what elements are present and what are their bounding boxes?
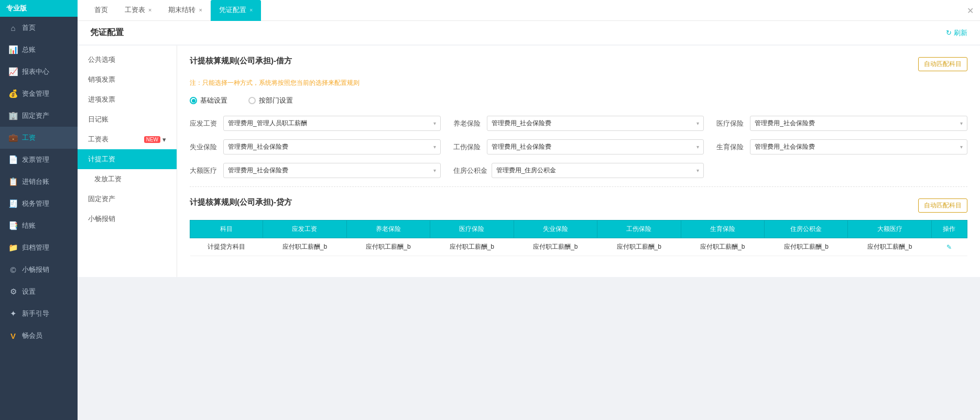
tab-label: 期末结转	[168, 5, 195, 15]
tab-home[interactable]: 首页	[86, 0, 116, 21]
form-select-value: 管理费用_管理人员职工薪酬	[228, 119, 307, 128]
nav-close-button[interactable]: ✕	[967, 5, 974, 15]
sidebar-item-reports[interactable]: 📈 报表中心	[0, 61, 78, 83]
table-cell-value: 应付职工薪酬_b	[848, 238, 931, 256]
chart-icon: 📊	[8, 45, 18, 54]
auto-match-debit-button[interactable]: 自动匹配科目	[918, 57, 967, 71]
form-item: 应发工资 管理费用_管理人员职工薪酬 ▾	[190, 116, 441, 131]
table-cell-action[interactable]: ✎	[931, 238, 967, 256]
sidebar-item-xiao-chang[interactable]: © 小畅报销	[0, 259, 78, 281]
close-icon[interactable]: ×	[199, 7, 202, 13]
credit-section: 计提核算规则(公司承担)-贷方 自动匹配科目 科目应发工资养老保险医疗保险失业保…	[190, 197, 967, 256]
form-select[interactable]: 管理费用_社会保险费 ▾	[223, 163, 441, 178]
table-header-cell: 工伤保险	[597, 220, 681, 238]
form-select[interactable]: 管理费用_社会保险费 ▾	[223, 139, 441, 154]
table-cell-subject: 计提贷方科目	[190, 238, 263, 256]
tab-voucher-config[interactable]: 凭证配置 ×	[211, 0, 261, 21]
close-icon[interactable]: ×	[249, 7, 253, 13]
form-select[interactable]: 管理费用_社会保险费 ▾	[750, 116, 967, 131]
sidebar-item-label: 工资	[22, 133, 36, 142]
sidebar-item-label: 新手引导	[22, 309, 49, 318]
page-content: 凭证配置 ↻ 刷新 公共选项 销项发票 进项发票 日记账 工资表	[78, 21, 980, 420]
radio-dept[interactable]: 按部门设置	[248, 96, 293, 105]
table-cell-value: 应付职工薪酬_b	[681, 238, 764, 256]
credit-section-header: 计提核算规则(公司承担)-贷方 自动匹配科目	[190, 197, 967, 214]
form-select[interactable]: 管理费用_住房公积金 ▾	[492, 163, 704, 178]
table-header-cell: 操作	[931, 220, 967, 238]
sidebar-item-funds[interactable]: 💰 资金管理	[0, 83, 78, 105]
app-logo: 专业版	[0, 0, 78, 17]
salary-icon: 💼	[8, 133, 18, 142]
reports-icon: 📈	[8, 67, 18, 76]
form-label: 应发工资	[190, 119, 219, 128]
form-select[interactable]: 管理费用_管理人员职工薪酬 ▾	[223, 116, 441, 131]
debit-section-header: 计提核算规则(公司承担)-借方 自动匹配科目	[190, 56, 967, 72]
menu-item-cancel-invoice[interactable]: 销项发票	[78, 70, 177, 90]
new-badge: NEW	[144, 136, 160, 143]
sidebar: 专业版 ⌂ 首页 📊 总账 📈 报表中心 💰 资金管理 🏢 固定资产 💼 工资 …	[0, 0, 78, 420]
copyright-icon: ©	[8, 266, 18, 274]
sidebar-item-sales-ledger[interactable]: 📋 进销台账	[0, 171, 78, 193]
form-label: 工伤保险	[453, 142, 483, 152]
sidebar-item-label: 设置	[22, 287, 36, 296]
radio-circle-dept	[248, 97, 256, 104]
funds-icon: 💰	[8, 89, 18, 98]
sidebar-item-label: 报表中心	[22, 67, 49, 76]
tax-icon: 🧾	[8, 199, 18, 208]
sidebar-item-salary[interactable]: 💼 工资	[0, 127, 78, 149]
form-select[interactable]: 管理费用_社会保险费 ▾	[487, 116, 704, 131]
menu-item-fixed-assets-menu[interactable]: 固定资产	[78, 189, 177, 209]
table-header-cell: 失业保险	[514, 220, 597, 238]
form-select[interactable]: 管理费用_社会保险费 ▾	[750, 139, 967, 154]
tab-label: 工资表	[125, 5, 145, 15]
menu-item-public-options[interactable]: 公共选项	[78, 50, 177, 70]
tab-label: 首页	[94, 5, 108, 15]
table-cell-value: 应付职工薪酬_b	[597, 238, 681, 256]
form-select-value: 管理费用_社会保险费	[228, 142, 288, 151]
menu-item-input-invoice[interactable]: 进项发票	[78, 90, 177, 109]
sidebar-item-archive[interactable]: 📁 归档管理	[0, 237, 78, 259]
page-title: 凭证配置	[90, 27, 124, 38]
table-header-cell: 养老保险	[346, 220, 430, 238]
sidebar-item-tax-mgmt[interactable]: 🧾 税务管理	[0, 193, 78, 215]
table-cell-value: 应付职工薪酬_b	[764, 238, 847, 256]
refresh-button[interactable]: ↻ 刷新	[946, 28, 967, 38]
sidebar-item-invoice-mgmt[interactable]: 📄 发票管理	[0, 149, 78, 171]
table-row: 计提贷方科目应付职工薪酬_b应付职工薪酬_b应付职工薪酬_b应付职工薪酬_b应付…	[190, 238, 967, 256]
chevron-down-icon: ▾	[696, 168, 699, 173]
form-label: 养老保险	[453, 119, 483, 128]
sidebar-item-guide[interactable]: ✦ 新手引导	[0, 303, 78, 325]
archive-icon: 📁	[8, 243, 18, 252]
sidebar-item-settlement[interactable]: 📑 结账	[0, 215, 78, 237]
credit-table-body: 计提贷方科目应付职工薪酬_b应付职工薪酬_b应付职工薪酬_b应付职工薪酬_b应付…	[190, 238, 967, 256]
table-cell-value: 应付职工薪酬_b	[263, 238, 346, 256]
menu-item-xiao-chang-menu[interactable]: 小畅报销	[78, 209, 177, 229]
tab-salary-table[interactable]: 工资表 ×	[116, 0, 160, 21]
close-icon[interactable]: ×	[148, 7, 151, 13]
radio-basic[interactable]: 基础设置	[190, 96, 227, 105]
menu-item-diary[interactable]: 日记账	[78, 109, 177, 129]
form-select-value: 管理费用_住房公积金	[496, 166, 557, 175]
sidebar-item-home[interactable]: ⌂ 首页	[0, 17, 78, 39]
debit-form-row: 失业保险 管理费用_社会保险费 ▾ 工伤保险 管理费用_社会保险费 ▾ 生育保险…	[190, 139, 967, 154]
menu-item-jiti-salary[interactable]: 计提工资	[78, 149, 177, 169]
table-header-cell: 大额医疗	[848, 220, 931, 238]
form-item: 生育保险 管理费用_社会保险费 ▾	[716, 139, 967, 154]
sidebar-item-general-ledger[interactable]: 📊 总账	[0, 39, 78, 61]
tab-period-end[interactable]: 期末结转 ×	[160, 0, 210, 21]
debit-form-row: 应发工资 管理费用_管理人员职工薪酬 ▾ 养老保险 管理费用_社会保险费 ▾ 医…	[190, 116, 967, 131]
form-select[interactable]: 管理费用_社会保险费 ▾	[487, 139, 704, 154]
debit-form: 应发工资 管理费用_管理人员职工薪酬 ▾ 养老保险 管理费用_社会保险费 ▾ 医…	[190, 116, 967, 178]
menu-item-issue-salary[interactable]: 发放工资	[78, 169, 177, 189]
sidebar-item-settings[interactable]: ⚙ 设置	[0, 281, 78, 303]
sidebar-item-fixed-assets[interactable]: 🏢 固定资产	[0, 105, 78, 127]
sidebar-item-member[interactable]: V 畅会员	[0, 325, 78, 347]
table-header-cell: 住房公积金	[764, 220, 847, 238]
chevron-down-icon: ▾	[433, 120, 436, 126]
form-item: 工伤保险 管理费用_社会保险费 ▾	[453, 139, 704, 154]
menu-item-salary-table[interactable]: 工资表 NEW ▾	[78, 129, 177, 149]
form-select-value: 管理费用_社会保险费	[755, 142, 815, 151]
form-label: 医疗保险	[716, 119, 746, 128]
auto-match-credit-button[interactable]: 自动匹配科目	[918, 198, 967, 213]
form-label: 住房公积金	[453, 166, 487, 175]
